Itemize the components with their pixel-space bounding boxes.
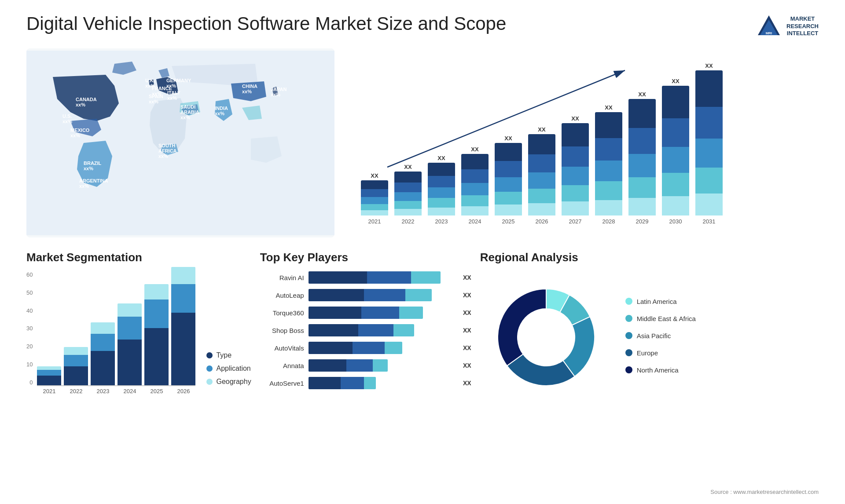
legend-app: Application: [206, 365, 251, 373]
seg-segment: [118, 303, 142, 317]
bar-segment: [695, 139, 723, 168]
bar-segment: [628, 177, 656, 198]
stacked-bar: [461, 154, 489, 215]
regional-legend-dot: [625, 349, 632, 356]
bar-segment: [628, 154, 656, 177]
bar-segment: [695, 194, 723, 215]
bar-group: XX: [695, 62, 723, 215]
bar-segment: [562, 185, 589, 202]
japan-value: xx%: [271, 92, 280, 97]
regional-legend-label: North America: [637, 366, 679, 374]
player-bar-seg: [367, 271, 411, 284]
bar-value: XX: [605, 104, 612, 111]
bar-segment: [361, 197, 388, 204]
player-bar-seg: [373, 359, 387, 372]
stacked-bar: [394, 172, 422, 215]
bar-chart-bars: XXXXXXXXXXXXXXXXXXXXXX: [352, 75, 810, 215]
bar-segment: [461, 154, 489, 169]
seg-segment: [91, 322, 115, 334]
bar-x-label: 2030: [662, 218, 689, 225]
player-bar-inner: [309, 324, 414, 336]
donut-segment: [498, 289, 546, 366]
regional-legend-label: Europe: [637, 349, 658, 357]
mexico-label: MEXICO: [70, 128, 90, 133]
saudi-arabia: ARABIA: [180, 110, 199, 115]
italy-label: ITALY: [167, 90, 181, 95]
regional-legend-item: North America: [625, 366, 696, 374]
bar-segment: [662, 173, 689, 196]
player-bar-wrap: [309, 324, 455, 336]
seg-segment: [64, 366, 88, 385]
bar-segment: [628, 99, 656, 128]
player-bar-seg: [309, 307, 361, 319]
canada-label: CANADA: [76, 97, 97, 102]
bar-segment: [361, 180, 388, 189]
page-container: Digital Vehicle Inspection Software Mark…: [0, 0, 845, 504]
player-value: XX: [463, 380, 471, 387]
seg-segment: [91, 351, 115, 385]
players-list: Ravin AIXXAutoLeapXXTorque360XXShop Boss…: [260, 271, 471, 389]
bar-segment: [662, 118, 689, 147]
player-row: AutoVitalsXX: [260, 342, 471, 354]
players-container: Top Key Players Ravin AIXXAutoLeapXXTorq…: [260, 251, 471, 444]
seg-bar-group: [37, 366, 61, 385]
player-bar-seg: [309, 377, 341, 389]
bar-segment: [595, 112, 622, 138]
stacked-bar: [361, 180, 388, 215]
bar-segment: [495, 192, 522, 205]
argentina-value: xx%: [79, 183, 89, 189]
bar-group: XX: [461, 146, 489, 215]
india-value: xx%: [215, 111, 224, 116]
bottom-section: Market Segmentation 60 50 40 30 20 10 0 …: [26, 251, 819, 444]
logo-icon: MRI: [756, 13, 782, 40]
donut-chart: [480, 271, 612, 403]
bar-x-label: 2024: [461, 218, 489, 225]
bar-segment: [562, 201, 589, 215]
player-bar-seg: [411, 271, 441, 284]
seg-x-labels: 2021 2022 2023 2024 2025 2026: [37, 388, 195, 394]
bar-value: XX: [471, 146, 478, 153]
legend-type: Type: [206, 351, 251, 359]
player-bar-seg: [309, 359, 347, 372]
regional-legend-label: Middle East & Africa: [637, 315, 696, 322]
bar-segment: [595, 161, 622, 181]
player-row: Ravin AIXX: [260, 271, 471, 284]
player-bar-wrap: [309, 307, 455, 319]
bar-segment: [361, 210, 388, 215]
legend-label-app: Application: [216, 365, 250, 373]
player-bar-seg: [309, 289, 364, 301]
seg-segment: [171, 267, 195, 284]
top-section: CANADA xx% U.S. xx% MEXICO xx% BRAZIL xx…: [26, 48, 819, 237]
bar-segment: [394, 201, 422, 209]
player-bar-inner: [309, 289, 432, 301]
bar-segment: [662, 86, 689, 118]
stacked-bar: [595, 112, 622, 215]
seg-segment: [37, 366, 61, 370]
bar-segment: [428, 176, 455, 187]
saudi-value: xx%: [180, 115, 190, 120]
legend-dot-app: [206, 365, 213, 372]
bar-segment: [528, 189, 555, 203]
player-bar-wrap: [309, 271, 455, 284]
bar-x-label: 2028: [595, 218, 622, 225]
stacked-bar: [628, 99, 656, 215]
seg-segment: [171, 284, 195, 313]
regional-title: Regional Analysis: [480, 251, 819, 264]
player-bar-seg: [385, 342, 402, 354]
regional-legend-item: Europe: [625, 349, 696, 357]
player-bar-seg: [405, 289, 432, 301]
bar-group: XX: [361, 172, 388, 215]
india-label: INDIA: [215, 106, 228, 111]
seg-legend: Type Application Geography: [200, 351, 251, 394]
bar-segment: [461, 195, 489, 206]
svg-text:MRI: MRI: [766, 31, 772, 35]
bar-segment: [695, 107, 723, 139]
bar-x-label: 2023: [428, 218, 455, 225]
player-bar-seg: [309, 342, 353, 354]
bar-value: XX: [705, 62, 713, 69]
stacked-bar: [562, 123, 589, 215]
seg-segment: [171, 313, 195, 385]
bar-group: XX: [428, 155, 455, 215]
player-value: XX: [463, 309, 471, 316]
bar-x-label: 2026: [528, 218, 555, 225]
